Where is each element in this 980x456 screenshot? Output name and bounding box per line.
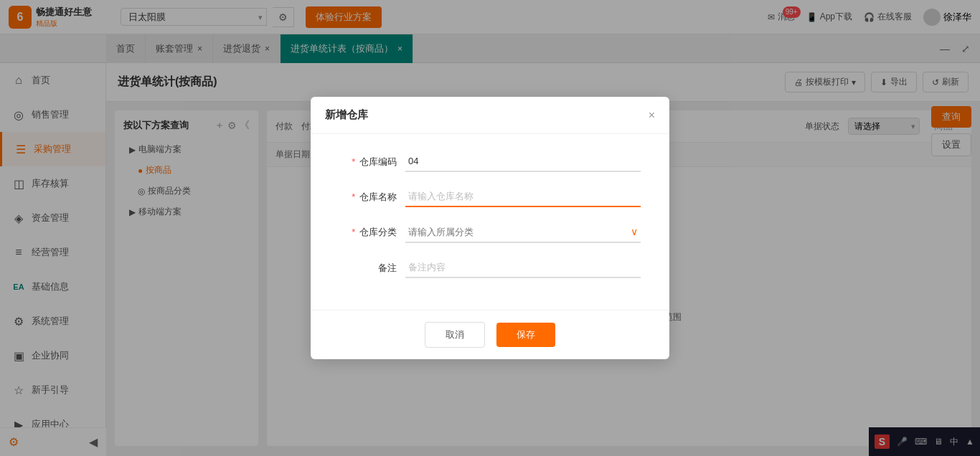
required-mark-name: * (352, 191, 355, 202)
form-row-name: * 仓库名称 (339, 186, 641, 207)
modal-header: 新增仓库 × (311, 97, 669, 134)
save-button[interactable]: 保存 (496, 323, 555, 347)
modal-overlay: 新增仓库 × * 仓库编码 * 仓库名称 (0, 0, 980, 456)
category-input[interactable] (408, 227, 631, 237)
note-label: 备注 (339, 262, 397, 275)
name-input[interactable] (405, 186, 641, 207)
note-input[interactable] (405, 257, 641, 278)
cancel-button[interactable]: 取消 (425, 322, 485, 348)
required-mark-category: * (352, 227, 355, 237)
category-label: * 仓库分类 (339, 226, 397, 239)
form-row-category: * 仓库分类 ∨ (339, 222, 641, 243)
modal-body: * 仓库编码 * 仓库名称 * 仓库分类 (311, 134, 669, 310)
category-dropdown-icon[interactable]: ∨ (631, 226, 638, 237)
name-label: * 仓库名称 (339, 191, 397, 204)
modal-footer: 取消 保存 (311, 310, 669, 359)
code-label: * 仓库编码 (339, 156, 397, 168)
required-mark-code: * (352, 156, 355, 167)
form-row-note: 备注 (339, 257, 641, 278)
code-input[interactable] (405, 151, 641, 172)
category-select-row[interactable]: ∨ (405, 222, 641, 243)
modal-close-button[interactable]: × (649, 109, 655, 122)
new-warehouse-modal: 新增仓库 × * 仓库编码 * 仓库名称 (311, 97, 669, 359)
modal-title: 新增仓库 (325, 108, 368, 122)
form-row-code: * 仓库编码 (339, 151, 641, 172)
